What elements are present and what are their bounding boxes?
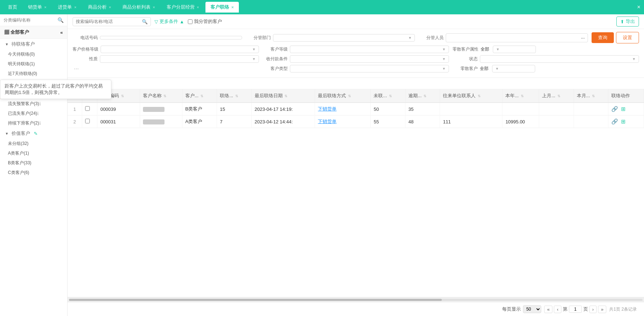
more-conditions-button[interactable]: ▽ 更多条件 ▲ [154, 18, 184, 25]
nav-tab-home[interactable]: 首页 [4, 2, 22, 13]
sort-icon-name: ⇅ [163, 94, 166, 98]
close-product-analysis-tab[interactable]: × [109, 5, 111, 9]
setting-button[interactable]: 设置 [616, 32, 639, 43]
sidebar-item-declining[interactable]: 持续下滑客户(2) ℹ [0, 118, 67, 128]
col-this-year[interactable]: 本年... ⇅ [502, 89, 539, 103]
nav-tab-purchase[interactable]: 进货单 × [53, 2, 81, 13]
table-body: 1 000039 B类客户 15 2023-04-17 14:19: 下销货单 … [68, 103, 644, 128]
sidebar-search-input[interactable] [4, 18, 56, 23]
payment-label: 收付款条件 [263, 56, 288, 62]
cell-lmonth-1 [539, 103, 574, 115]
sidebar-item-tomorrow[interactable]: 明天待联络(1) [0, 59, 67, 69]
page-label: 第 [563, 306, 567, 312]
link-action-icon-1[interactable]: 🔗 [611, 106, 618, 112]
my-customers-checkbox[interactable] [188, 19, 193, 24]
cust-type-select[interactable]: ▼ [290, 65, 449, 72]
edit-icon[interactable]: ✎ [34, 131, 38, 136]
last-page-button[interactable]: » [598, 306, 606, 313]
sidebar-group-value[interactable]: ▼ 价值客户 ✎ [0, 128, 67, 139]
main-search-input[interactable] [76, 19, 140, 24]
sidebar-all-customers[interactable]: ▦ 全部客户 « [0, 26, 67, 39]
next-page-button[interactable]: › [589, 306, 597, 313]
sidebar-item-lost[interactable]: 已流失客户(24) ℹ [0, 109, 67, 118]
grid-action-icon-1[interactable]: ⊞ [621, 106, 626, 112]
sidebar-item-today[interactable]: 今天待联络(0) [0, 49, 67, 59]
chev-icon8: ▼ [495, 67, 499, 71]
col-last-date[interactable]: 最后联络日期 ⇅ [251, 89, 315, 103]
price-grade-select[interactable]: ▼ [101, 46, 259, 53]
sidebar-item-class-b[interactable]: B类客户(33) [0, 158, 67, 168]
cust-grade-select[interactable]: ▼ [290, 46, 449, 53]
scatter-cust-select[interactable]: ▼ [492, 65, 535, 72]
info-icon-small3: ℹ [39, 121, 41, 126]
scroll-thumb[interactable] [69, 299, 442, 301]
close-product-list-tab[interactable]: × [153, 5, 155, 9]
status-select[interactable]: ▼ [480, 55, 639, 63]
col-last-month[interactable]: 上月... ⇅ [539, 89, 574, 103]
cell-uncontacted-1: 50 [371, 103, 405, 115]
col-name[interactable]: 客户名称 ⇅ [140, 89, 182, 103]
manager-select[interactable]: ··· [446, 33, 588, 42]
first-page-button[interactable]: « [544, 306, 552, 313]
per-page-select[interactable]: 50 20 100 [523, 305, 541, 313]
nature-select[interactable]: ▼ [100, 55, 259, 63]
nav-tab-customer-contact[interactable]: 客户联络 × [205, 2, 238, 13]
export-button[interactable]: ⬆ 导出 [616, 16, 639, 27]
dept-label: 分管部门 [246, 35, 271, 41]
ellipsis-icon: ··· [581, 35, 585, 41]
prev-page-button[interactable]: ‹ [554, 306, 561, 313]
method-link-2[interactable]: 下销货单 [318, 119, 337, 124]
main-search-icon[interactable]: 🔍 [142, 19, 148, 24]
nav-tab-product-list[interactable]: 商品分析列表 × [117, 2, 160, 13]
sidebar-search-icon[interactable]: 🔍 [57, 17, 64, 23]
manager-label: 分管人员 [418, 35, 444, 41]
nature-field: 性质 ▼ [73, 55, 259, 63]
row1-checkbox[interactable] [85, 106, 90, 111]
close-customer-contact-tab[interactable]: × [231, 5, 233, 9]
dept-select[interactable]: ▼ [273, 34, 415, 42]
ellipsis-field: ··· [73, 66, 259, 72]
info-icon-small: ℹ [39, 101, 41, 107]
sidebar-item-7days[interactable]: 近7天待联络(0) [0, 69, 67, 79]
sidebar-item-class-a[interactable]: A类客户(1) [0, 148, 67, 158]
close-customer-layer-tab[interactable]: × [197, 5, 199, 9]
row2-checkbox[interactable] [85, 119, 90, 123]
nav-tab-product-analysis[interactable]: 商品分析 × [83, 2, 116, 13]
col-last-method[interactable]: 最后联络方式 ⇅ [315, 89, 371, 103]
col-contact-person[interactable]: 往来单位联系人 ⇅ [440, 89, 502, 103]
grid-action-icon-2[interactable]: ⊞ [621, 118, 626, 125]
cell-contact-2: 7 [217, 115, 251, 128]
nav-tab-sales[interactable]: 销货单 × [23, 2, 51, 13]
manager-field: 分管人员 ··· [418, 33, 588, 42]
page-number-input[interactable] [569, 306, 582, 313]
filter-icon: ▽ [154, 19, 158, 24]
sidebar-item-class-c[interactable]: C类客户(6) [0, 168, 67, 178]
col-contact[interactable]: 联络... ⇅ [217, 89, 251, 103]
horizontal-scrollbar[interactable] [68, 297, 644, 302]
close-sales-tab[interactable]: × [44, 5, 46, 9]
close-all-button[interactable]: × [637, 4, 640, 10]
nav-tab-customer-layer[interactable]: 客户分层经营 × [162, 2, 204, 13]
scatter-attr-select[interactable]: ▼ [493, 46, 536, 53]
sidebar-group-pending[interactable]: ▼ 待联络客户 [0, 39, 67, 49]
method-link-1[interactable]: 下销货单 [318, 106, 337, 112]
col-this-month[interactable]: 本月... ⇅ [574, 89, 608, 103]
col-uncontacted[interactable]: 未联... ⇅ [371, 89, 405, 103]
payment-select[interactable]: ▼ [290, 55, 449, 63]
cell-month-2 [574, 115, 608, 128]
sort-icon-year: ⇅ [521, 94, 524, 98]
col-overdue[interactable]: 逾期... ⇅ [405, 89, 440, 103]
ellipsis-button[interactable]: ··· [73, 66, 80, 72]
sidebar-item-unsorted[interactable]: 未分组(32) [0, 139, 67, 148]
cell-index-1: 1 [68, 103, 82, 115]
link-action-icon-2[interactable]: 🔗 [611, 118, 618, 125]
sidebar-item-loss-warning[interactable]: 流失预警客户(3) ℹ [0, 99, 67, 109]
main-layout: 🔍 ▦ 全部客户 « ▼ 待联络客户 今天待联络(0) 明天待联络(1) 近7天… [0, 14, 644, 316]
phone-input[interactable] [100, 36, 242, 39]
close-purchase-tab[interactable]: × [74, 5, 76, 9]
cell-date-2: 2023-04-12 14:44: [251, 115, 315, 128]
col-cust-type[interactable]: 客户... ⇅ [182, 89, 217, 103]
query-button[interactable]: 查询 [592, 32, 614, 43]
collapse-icon[interactable]: « [60, 30, 63, 35]
chev-icon1: ▼ [252, 47, 256, 51]
